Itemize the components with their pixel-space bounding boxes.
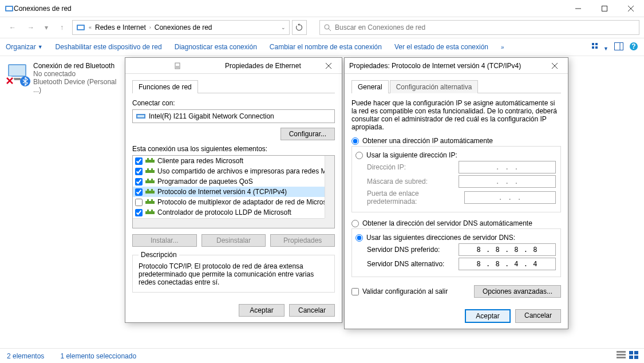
description-label: Descripción bbox=[139, 251, 179, 259]
adapter-name: Intel(R) I211 Gigabit Network Connection bbox=[149, 112, 274, 120]
address-bar[interactable]: « Redes e Internet › Conexiones de red ⌄ bbox=[72, 20, 290, 35]
install-button[interactable]: Instalar... bbox=[132, 234, 197, 247]
eth-close-button[interactable] bbox=[320, 59, 337, 73]
svg-rect-53 bbox=[147, 199, 149, 201]
eth-cancel-button[interactable]: Cancelar bbox=[289, 304, 335, 317]
dns-preferred-input[interactable]: 8 . 8 . 8 . 8 bbox=[459, 243, 556, 256]
ip-dialog-title: Propiedades: Protocolo de Internet versi… bbox=[349, 62, 546, 70]
svg-rect-41 bbox=[147, 158, 149, 160]
svg-rect-10 bbox=[592, 43, 594, 45]
maximize-button[interactable] bbox=[591, 0, 618, 17]
ip-cancel-button[interactable]: Cancelar bbox=[515, 309, 561, 323]
eth-dialog-title: Propiedades de Ethernet bbox=[225, 62, 320, 70]
ip-address-input[interactable]: . . . bbox=[459, 161, 556, 173]
validate-checkbox[interactable] bbox=[351, 288, 359, 295]
svg-rect-51 bbox=[151, 189, 153, 191]
ip-address-label: Dirección IP: bbox=[367, 163, 406, 171]
components-listbox[interactable]: Cliente para redes MicrosoftUso comparti… bbox=[132, 155, 335, 228]
minimize-button[interactable] bbox=[565, 0, 591, 17]
advanced-button[interactable]: Opciones avanzadas... bbox=[474, 285, 561, 298]
tab-alternative[interactable]: Configuración alternativa bbox=[390, 80, 479, 93]
eth-ok-button[interactable]: Aceptar bbox=[239, 304, 285, 317]
command-bar: Organizar ▼ Deshabilitar este dispositiv… bbox=[0, 38, 644, 56]
uninstall-button[interactable]: Desinstalar bbox=[202, 234, 266, 247]
radio-manual-ip-input[interactable] bbox=[355, 152, 363, 159]
connection-item-bluetooth[interactable]: Conexión de red Bluetooth No conectado B… bbox=[6, 62, 126, 94]
window-title: Conexiones de red bbox=[14, 5, 565, 13]
radio-manual-dns[interactable]: Usar las siguientes direcciones de servi… bbox=[355, 234, 556, 242]
radio-auto-dns[interactable]: Obtener la dirección del servidor DNS au… bbox=[351, 219, 561, 227]
chevron-right-icon: « bbox=[89, 25, 92, 30]
view-status-link[interactable]: Ver el estado de esta conexión bbox=[394, 43, 488, 51]
component-checkbox[interactable] bbox=[135, 199, 143, 206]
view-dropdown[interactable]: ▼ bbox=[591, 42, 609, 52]
connect-with-label: Conectar con: bbox=[132, 99, 335, 107]
close-button[interactable] bbox=[618, 0, 644, 17]
svg-rect-40 bbox=[145, 160, 155, 163]
radio-auto-dns-input[interactable] bbox=[351, 220, 359, 227]
component-item[interactable]: Protocolo de Internet versión 4 (TCP/IPv… bbox=[133, 187, 334, 197]
svg-rect-27 bbox=[617, 357, 626, 358]
preview-pane-toggle[interactable] bbox=[614, 42, 623, 52]
tab-general[interactable]: General bbox=[351, 80, 389, 93]
svg-rect-25 bbox=[617, 351, 626, 353]
large-icons-view-icon[interactable] bbox=[629, 351, 638, 361]
gateway-label: Puerta de enlace predeterminada: bbox=[367, 190, 464, 206]
breadcrumb-root[interactable]: Redes e Internet bbox=[95, 23, 146, 31]
eth-dialog-titlebar[interactable]: Propiedades de Ethernet bbox=[125, 58, 342, 74]
protocol-icon bbox=[145, 198, 155, 207]
up-button[interactable]: ↑ bbox=[54, 19, 70, 35]
svg-rect-57 bbox=[151, 210, 153, 211]
svg-rect-39 bbox=[137, 115, 144, 117]
component-checkbox[interactable] bbox=[135, 209, 143, 216]
forward-button[interactable]: → bbox=[23, 19, 39, 35]
back-button[interactable]: ← bbox=[5, 19, 21, 35]
ip-dialog-titlebar[interactable]: Propiedades: Protocolo de Internet versi… bbox=[345, 58, 568, 74]
component-checkbox[interactable] bbox=[135, 178, 143, 186]
disable-device-link[interactable]: Deshabilitar este dispositivo de red bbox=[56, 43, 162, 51]
help-button[interactable]: ? bbox=[629, 42, 638, 53]
component-item[interactable]: Uso compartido de archivos e impresoras … bbox=[133, 166, 334, 176]
network-center-icon bbox=[5, 4, 14, 13]
radio-manual-ip[interactable]: Usar la siguiente dirección IP: bbox=[355, 151, 556, 159]
chevron-down-icon[interactable]: ⌄ bbox=[281, 25, 286, 30]
description-text: Protocolo TCP/IP. El protocolo de red de… bbox=[139, 262, 329, 286]
properties-button[interactable]: Propiedades bbox=[270, 234, 335, 247]
ipv4-properties-dialog: Propiedades: Protocolo de Internet versi… bbox=[344, 57, 568, 329]
component-item[interactable]: Programador de paquetes QoS bbox=[133, 176, 334, 187]
radio-auto-ip[interactable]: Obtener una dirección IP automáticamente bbox=[351, 137, 561, 145]
ethernet-icon bbox=[130, 61, 225, 70]
organize-menu[interactable]: Organizar ▼ bbox=[6, 43, 43, 51]
component-item[interactable]: Cliente para redes Microsoft bbox=[133, 156, 334, 166]
refresh-button[interactable] bbox=[292, 20, 307, 35]
svg-point-8 bbox=[325, 25, 329, 29]
subnet-mask-input[interactable]: . . . bbox=[459, 175, 556, 188]
breadcrumb-leaf[interactable]: Conexiones de red bbox=[155, 23, 212, 31]
search-icon bbox=[323, 23, 331, 31]
search-input[interactable]: Buscar en Conexiones de red bbox=[319, 20, 639, 35]
component-item[interactable]: Controlador de protocolo LLDP de Microso… bbox=[133, 207, 334, 218]
radio-auto-ip-input[interactable] bbox=[351, 137, 359, 145]
scrollbar-horizontal[interactable] bbox=[133, 218, 325, 228]
ip-close-button[interactable] bbox=[546, 59, 563, 73]
gateway-input[interactable]: . . . bbox=[464, 191, 556, 204]
component-checkbox[interactable] bbox=[135, 188, 143, 196]
component-checkbox[interactable] bbox=[135, 157, 143, 165]
component-item[interactable]: Protocolo de multiplexor de adaptador de… bbox=[133, 197, 334, 207]
error-x-icon bbox=[5, 76, 15, 86]
tab-network-functions[interactable]: Funciones de red bbox=[132, 80, 198, 93]
component-checkbox[interactable] bbox=[135, 168, 143, 175]
recent-dropdown[interactable]: ▾ bbox=[41, 19, 52, 35]
radio-manual-dns-input[interactable] bbox=[355, 234, 363, 242]
svg-rect-29 bbox=[634, 351, 638, 354]
configure-button[interactable]: Configurar... bbox=[280, 128, 335, 140]
more-chevron[interactable]: » bbox=[501, 44, 504, 50]
ip-ok-button[interactable]: Aceptar bbox=[465, 309, 511, 323]
scrollbar-vertical[interactable] bbox=[325, 156, 334, 218]
dns-alternate-input[interactable]: 8 . 8 . 4 . 4 bbox=[459, 258, 556, 270]
diagnose-link[interactable]: Diagnosticar esta conexión bbox=[175, 43, 257, 51]
component-label: Controlador de protocolo LLDP de Microso… bbox=[157, 208, 291, 216]
details-view-icon[interactable] bbox=[617, 351, 626, 361]
rename-link[interactable]: Cambiar el nombre de esta conexión bbox=[270, 43, 382, 51]
validate-label: Validar configuración al salir bbox=[362, 287, 448, 295]
